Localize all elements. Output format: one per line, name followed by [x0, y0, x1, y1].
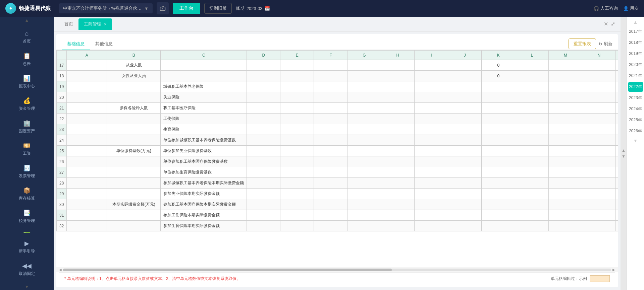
- tab-business[interactable]: 工商管理 ×: [78, 18, 112, 30]
- horizontal-scrollbar[interactable]: ◀ ▶: [56, 267, 618, 272]
- cell-29-j[interactable]: [448, 189, 482, 199]
- cell-31-i[interactable]: [415, 210, 448, 221]
- cell-31-c[interactable]: 参加工伤保险本期实际缴费金额: [161, 210, 247, 221]
- collapse-down-icon[interactable]: ▼: [622, 154, 626, 159]
- cell-29-h[interactable]: [381, 189, 415, 199]
- calendar-icon[interactable]: 📅: [265, 6, 270, 11]
- cell-28-o[interactable]: [616, 178, 618, 189]
- user-button[interactable]: 👤 用友: [623, 5, 639, 11]
- cell-17-e[interactable]: [280, 60, 314, 71]
- sidebar-item-payroll[interactable]: 💴 工资: [0, 138, 54, 160]
- cell-23-n[interactable]: [582, 124, 616, 135]
- cell-22-f[interactable]: [314, 114, 347, 124]
- cell-22-g[interactable]: [347, 114, 381, 124]
- cell-26-m[interactable]: [549, 156, 582, 167]
- cell-22-k[interactable]: [482, 114, 515, 124]
- cell-32-f[interactable]: [314, 221, 347, 231]
- sub-tab-basic[interactable]: 基础信息: [62, 38, 90, 50]
- cell-24-j[interactable]: [448, 135, 482, 146]
- cell-17-b[interactable]: 从业人数: [107, 60, 161, 71]
- cell-19-d[interactable]: [247, 81, 280, 92]
- cell-31-h[interactable]: [381, 210, 415, 221]
- sidebar-item-unpin[interactable]: ◀◀ 取消固定: [0, 258, 54, 281]
- year-2020[interactable]: 2020年: [628, 60, 643, 70]
- cell-28-b[interactable]: [107, 178, 161, 189]
- year-2018[interactable]: 2018年: [628, 38, 643, 48]
- cell-25-n[interactable]: [582, 146, 616, 156]
- cell-31-d[interactable]: [247, 210, 280, 221]
- cell-32-o[interactable]: [616, 221, 618, 231]
- cell-26-a[interactable]: [67, 156, 107, 167]
- cell-26-j[interactable]: [448, 156, 482, 167]
- cell-24-h[interactable]: [381, 135, 415, 146]
- cell-24-f[interactable]: [314, 135, 347, 146]
- sub-tab-other[interactable]: 其他信息: [90, 38, 118, 50]
- cell-20-f[interactable]: [314, 92, 347, 103]
- year-panel-down-arrow[interactable]: ▼: [632, 137, 639, 145]
- cell-25-h[interactable]: [381, 146, 415, 156]
- cell-27-a[interactable]: [67, 167, 107, 178]
- cell-20-d[interactable]: [247, 92, 280, 103]
- cell-19-c[interactable]: 城镇职工基本养老保险: [161, 81, 247, 92]
- cell-24-l[interactable]: [515, 135, 549, 146]
- cell-29-g[interactable]: [347, 189, 381, 199]
- cell-20-m[interactable]: [549, 92, 582, 103]
- cell-28-l[interactable]: [515, 178, 549, 189]
- cell-29-i[interactable]: [415, 189, 448, 199]
- cell-30-f[interactable]: [314, 199, 347, 210]
- year-2019[interactable]: 2019年: [628, 49, 643, 59]
- cell-18-m[interactable]: [549, 71, 582, 81]
- sidebar-item-funds[interactable]: 💰 资金管理: [0, 93, 54, 116]
- collapse-up-icon[interactable]: ▲: [622, 148, 626, 153]
- cell-18-g[interactable]: [347, 71, 381, 81]
- cell-19-k[interactable]: [482, 81, 515, 92]
- cell-18-k[interactable]: 0: [482, 71, 515, 81]
- cell-30-a[interactable]: [67, 199, 107, 210]
- cell-22-o[interactable]: 0: [616, 114, 618, 124]
- cell-19-g[interactable]: [347, 81, 381, 92]
- cell-22-d[interactable]: [247, 114, 280, 124]
- expand-window-icon[interactable]: ⤢: [611, 21, 615, 27]
- cell-19-m[interactable]: [549, 81, 582, 92]
- year-panel-up-arrow[interactable]: ▲: [632, 18, 639, 26]
- cell-29-c[interactable]: 参加失业保险本期实际缴费金额: [161, 189, 247, 199]
- cell-20-i[interactable]: [415, 92, 448, 103]
- cell-26-c[interactable]: 单位参加职工基本医疗保险缴费基数: [161, 156, 247, 167]
- cell-23-j[interactable]: [448, 124, 482, 135]
- cell-32-g[interactable]: [347, 221, 381, 231]
- cell-22-e[interactable]: [280, 114, 314, 124]
- cell-30-m[interactable]: [549, 199, 582, 210]
- cell-18-f[interactable]: [314, 71, 347, 81]
- cell-31-o[interactable]: [616, 210, 618, 221]
- cell-26-e[interactable]: [280, 156, 314, 167]
- tab-home[interactable]: 首页: [59, 18, 78, 30]
- cell-17-n[interactable]: [582, 60, 616, 71]
- cell-32-l[interactable]: [515, 221, 549, 231]
- cell-32-d[interactable]: [247, 221, 280, 231]
- cell-23-g[interactable]: [347, 124, 381, 135]
- cell-27-m[interactable]: [549, 167, 582, 178]
- cell-21-e[interactable]: [280, 103, 314, 114]
- cell-21-g[interactable]: [347, 103, 381, 114]
- cell-18-d[interactable]: [247, 71, 280, 81]
- refresh-button[interactable]: ↻ 刷新: [599, 39, 612, 49]
- scrollbar-thumb[interactable]: [63, 269, 392, 271]
- cell-20-n[interactable]: [582, 92, 616, 103]
- cell-26-k[interactable]: [482, 156, 515, 167]
- cell-19-l[interactable]: [515, 81, 549, 92]
- sidebar-scroll-down[interactable]: ▼: [0, 283, 54, 290]
- cell-23-d[interactable]: [247, 124, 280, 135]
- cell-26-d[interactable]: [247, 156, 280, 167]
- cell-28-g[interactable]: [347, 178, 381, 189]
- cell-17-a[interactable]: [67, 60, 107, 71]
- cell-17-k[interactable]: 0: [482, 60, 515, 71]
- sidebar-item-tax[interactable]: 📑 税务管理: [0, 205, 54, 228]
- cell-26-g[interactable]: [347, 156, 381, 167]
- cell-28-k[interactable]: [482, 178, 515, 189]
- cell-29-d[interactable]: [247, 189, 280, 199]
- old-version-button[interactable]: 切到旧版: [204, 3, 232, 14]
- cell-25-g[interactable]: [347, 146, 381, 156]
- cell-32-c[interactable]: 参加生育保险本期实际缴费金额: [161, 221, 247, 231]
- cell-24-g[interactable]: [347, 135, 381, 146]
- cell-31-g[interactable]: [347, 210, 381, 221]
